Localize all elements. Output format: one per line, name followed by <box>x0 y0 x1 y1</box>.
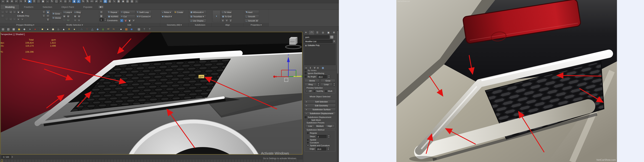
layer-manager-icon[interactable]: ▤ <box>103 0 107 3</box>
object-name-field[interactable]: gum <box>304 36 329 39</box>
ring-button[interactable]: ≡Ring <box>74 10 82 14</box>
detach-mini-icon[interactable]: ∩ <box>13 18 16 21</box>
shrink-button[interactable]: ⊟Shrink <box>52 16 62 20</box>
constraint-none-icon[interactable]: ▪ <box>120 19 124 22</box>
rendered-frame-icon[interactable]: ▨ <box>130 0 134 3</box>
group-label-align[interactable]: Align <box>212 23 244 26</box>
tab-hierarchy-icon[interactable]: ☰ <box>314 30 320 34</box>
link-icon[interactable]: ∞ <box>1 0 5 3</box>
ignore-backfacing-checkbox[interactable] <box>304 72 307 74</box>
group-label-edit[interactable]: Edit <box>99 23 160 26</box>
slice-mini-icon[interactable]: ■ <box>17 18 20 21</box>
tab-modeling[interactable]: Modeling <box>0 4 20 10</box>
toggle-highlight-icon[interactable]: ◉ <box>46 10 50 14</box>
swift-loop-button[interactable]: ↯Swift Loop <box>136 10 152 14</box>
light-lister-icon[interactable]: ◉ <box>17 27 21 31</box>
nurms-button[interactable]: ▦NURMS <box>107 14 119 18</box>
video-camera-icon[interactable]: ● <box>33 27 37 31</box>
unlink-icon[interactable]: ⊗ <box>6 0 10 3</box>
tab-populate[interactable]: Populate <box>79 4 97 10</box>
render-setup-icon[interactable]: ▧ <box>126 0 130 3</box>
uv-grid-icon[interactable]: ▦ <box>124 27 128 31</box>
to-view-button[interactable]: □To View <box>221 10 232 14</box>
use-pivot-icon[interactable]: ◎ <box>63 0 67 3</box>
remove-modifier-icon[interactable]: ⊖ <box>317 66 319 69</box>
subobj-border-icon[interactable]: ∩ <box>13 10 16 14</box>
prev-subobj-icon[interactable]: ⇧ <box>42 10 46 14</box>
ring-shrink-icon[interactable]: ⊟ <box>78 14 81 18</box>
sphere-icon[interactable]: ● <box>119 27 123 31</box>
constraint-face-icon[interactable]: ◆ <box>128 19 131 22</box>
help2-icon[interactable]: ? <box>147 27 152 31</box>
rollout-edit-geometry[interactable]: +Edit Geometry <box>304 104 336 107</box>
modifier-list-arrow-icon[interactable]: ▼ <box>332 40 336 43</box>
preset-medium-button[interactable]: Medium <box>315 124 324 128</box>
selection-filter[interactable]: ▼ <box>23 0 27 3</box>
attach-mini-icon[interactable]: ◁ <box>9 18 12 21</box>
sun-icon[interactable]: ☀ <box>67 27 71 31</box>
undo-icon[interactable]: ↩ <box>14 0 18 3</box>
smooth30-button[interactable]: ◡Smooth 30 <box>244 19 259 22</box>
grow-button[interactable]: ⊞Grow <box>52 12 62 16</box>
ox-icon[interactable]: 0x <box>111 27 116 31</box>
loop-button-panel[interactable]: Loop <box>320 83 332 86</box>
tweak-icon[interactable]: ▨ <box>100 14 103 18</box>
hf-icon[interactable]: HF <box>106 27 111 31</box>
msmooth-button[interactable]: ▦MSmooth ▾ <box>190 10 206 14</box>
preset-low-button[interactable]: Low <box>306 124 315 128</box>
graphite-icon[interactable]: ▥ <box>108 0 112 3</box>
help-icon[interactable]: ? <box>142 27 146 31</box>
ball-box-icon[interactable]: ◙ <box>129 27 134 31</box>
subobj-edge-icon[interactable]: ◁ <box>9 10 12 14</box>
cap-mini-icon[interactable]: ● <box>21 18 24 21</box>
select-move-icon[interactable]: ↔ <box>46 0 50 3</box>
track-bar[interactable] <box>0 159 303 162</box>
constraint-normal-icon[interactable]: ↗ <box>132 19 135 22</box>
preview-subobj-radio[interactable] <box>313 90 315 92</box>
preserve-uvs-icon[interactable]: ⊡ <box>100 10 103 14</box>
molecule-icon[interactable]: ∵ <box>85 27 89 31</box>
tab-object-paint[interactable]: Object Paint <box>57 4 79 10</box>
configure-modifier-sets-icon[interactable]: ▦ <box>322 66 324 69</box>
select-by-name-icon[interactable]: ☰ <box>32 0 36 3</box>
edit-level-spin-arrows[interactable]: ▲▼ <box>104 18 106 21</box>
use-displacement-button[interactable]: △Use Displac... <box>190 19 206 22</box>
material-glow-icon[interactable]: ◉ <box>51 27 55 31</box>
group-label-modify-selection[interactable]: Modify Selection ▾ <box>51 23 98 26</box>
create-button[interactable]: ⊞Create <box>174 10 184 14</box>
group-label-polygon-modeling[interactable]: Polygon Modeling ▾ <box>0 23 50 26</box>
scene-states-icon[interactable]: ▦ <box>12 27 16 31</box>
rollout-subdivision-surface[interactable]: +Subdivision Surface <box>304 108 336 111</box>
preview-off-radio[interactable] <box>306 90 308 92</box>
ring-grow-icon[interactable]: ⊞ <box>74 14 77 18</box>
scale-icon[interactable]: ◱ <box>54 0 58 3</box>
perspective-viewport[interactable]: RIGHT Z <box>0 32 302 154</box>
subobj-vertex-icon[interactable]: ◦ <box>5 10 8 14</box>
mirror-icon[interactable]: ⇄ <box>94 0 98 3</box>
tab-create-icon[interactable]: ☀ <box>303 30 309 34</box>
crossing-select-icon[interactable]: ▣ <box>41 0 45 3</box>
tab-selection[interactable]: Selection <box>38 4 57 10</box>
shrink-button-panel[interactable]: Shrink <box>304 79 320 82</box>
next-frame-button[interactable]: > <box>11 156 14 158</box>
align-z-button[interactable]: Z <box>229 19 232 22</box>
ring-spinner[interactable]: ▲▼ <box>317 83 320 86</box>
dot-ring-icon[interactable]: ≣ <box>78 18 81 22</box>
pin-stack-icon[interactable]: ⊸ <box>1 10 4 14</box>
attach-button[interactable]: ◆Attach ▾ <box>161 14 173 18</box>
split-mesh-checkbox[interactable]: ✓ <box>308 119 310 121</box>
align-x-button[interactable]: X <box>221 19 224 22</box>
material-editor-slate-icon[interactable]: ■ <box>40 27 45 31</box>
show-end-result-icon[interactable]: ‖ <box>310 66 311 69</box>
rock-icon[interactable]: ◆ <box>95 27 100 31</box>
method-spatial-curvature-radio[interactable] <box>307 144 309 146</box>
ring-button-panel[interactable]: Ring <box>304 83 317 86</box>
edit-named-sel-icon[interactable]: ABC <box>90 0 94 3</box>
stack-item-editable-poly[interactable]: ▦ Editable Poly <box>304 44 336 47</box>
loop-button[interactable]: =Loop ▾ <box>62 10 73 14</box>
schematic-view-icon[interactable]: ▦ <box>117 0 120 3</box>
viewport-layout-icon[interactable]: ▤ <box>1 27 5 31</box>
tab-freeform[interactable]: Freeform <box>20 4 38 10</box>
derrick-icon[interactable]: △ <box>90 27 95 31</box>
spinner-snap-icon[interactable]: ⇅ <box>86 0 90 3</box>
